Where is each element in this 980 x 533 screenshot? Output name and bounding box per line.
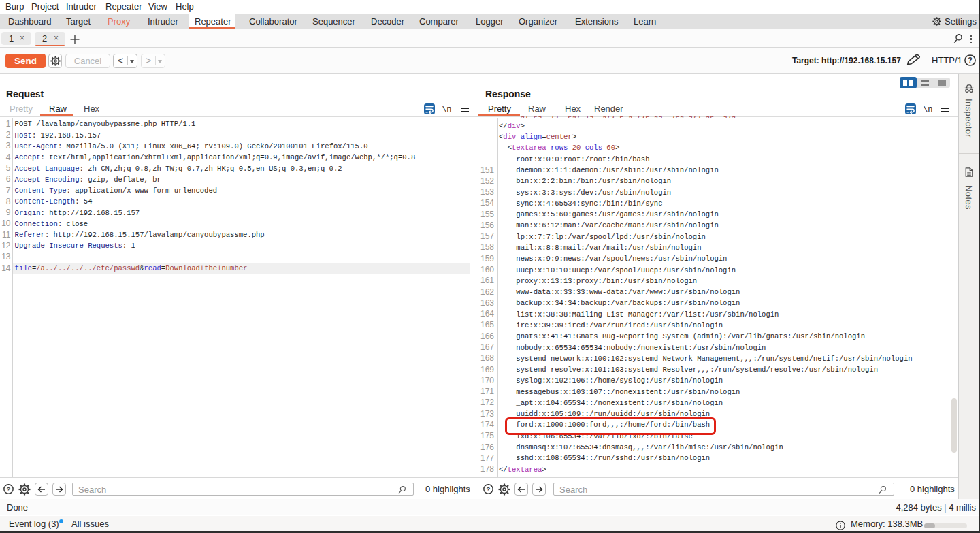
svg-text:?: ?	[486, 485, 490, 493]
svg-text:?: ?	[7, 485, 11, 493]
svg-text:?: ?	[968, 56, 972, 64]
